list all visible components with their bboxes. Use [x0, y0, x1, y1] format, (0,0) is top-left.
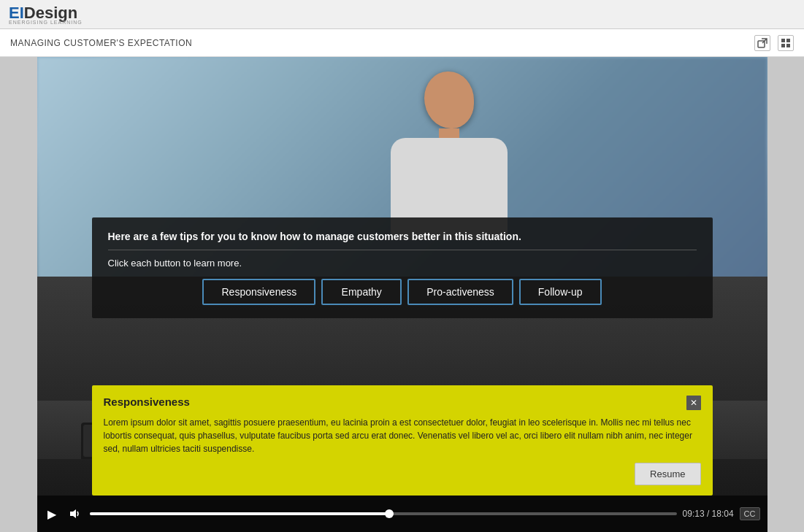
logo: EI Design ENERGISING LEARNING [9, 4, 83, 25]
logo-tagline: ENERGISING LEARNING [9, 20, 83, 25]
cc-button[interactable]: CC [740, 507, 760, 520]
svg-rect-3 [781, 44, 785, 47]
button-empathy[interactable]: Empathy [321, 279, 402, 305]
info-panel-title: Responsiveness [104, 396, 190, 408]
button-responsiveness[interactable]: Responsiveness [202, 279, 315, 305]
title-bar-icons [754, 35, 794, 51]
volume-button[interactable] [65, 506, 84, 522]
time-separator: / [705, 509, 712, 519]
time-current: 09:13 [683, 509, 705, 519]
button-follow-up[interactable]: Follow-up [519, 279, 602, 305]
info-panel: Responsiveness ✕ Lorem ipsum dolor sit a… [92, 385, 713, 496]
play-button[interactable]: ▶ [45, 506, 59, 523]
progress-thumb [385, 509, 394, 518]
svg-rect-2 [786, 39, 790, 42]
info-panel-header: Responsiveness ✕ [104, 396, 701, 410]
video-controls: ▶ 09:13 / 18:04 CC [37, 496, 767, 532]
page-title: MANAGING CUSTOMER'S EXPECTATION [10, 38, 192, 48]
title-bar: MANAGING CUSTOMER'S EXPECTATION [0, 29, 804, 57]
person [391, 72, 508, 240]
person-head [424, 72, 474, 128]
button-pro-activeness[interactable]: Pro-activeness [407, 279, 513, 305]
resume-button[interactable]: Resume [635, 463, 700, 485]
instruction-line2: Click each button to learn more. [108, 258, 697, 269]
header: EI Design ENERGISING LEARNING [0, 0, 804, 29]
info-panel-close-button[interactable]: ✕ [686, 396, 701, 410]
instruction-line1: Here are a few tips for you to know how … [108, 231, 697, 250]
svg-rect-4 [786, 44, 790, 47]
time-total: 18:04 [712, 509, 734, 519]
external-link-icon[interactable] [754, 35, 770, 51]
tip-buttons-row: Responsiveness Empathy Pro-activeness Fo… [108, 279, 697, 305]
info-panel-footer: Resume [104, 463, 701, 485]
time-display: 09:13 / 18:04 [683, 509, 734, 519]
svg-marker-5 [70, 509, 76, 518]
info-panel-body: Lorem ipsum dolor sit amet, sagittis pos… [104, 416, 701, 455]
grid-icon[interactable] [778, 35, 794, 51]
progress-fill [90, 512, 389, 515]
svg-rect-1 [781, 39, 785, 42]
video-player: Here are a few tips for you to know how … [37, 57, 767, 532]
overlay-panel: Here are a few tips for you to know how … [92, 217, 713, 318]
progress-bar[interactable] [90, 512, 677, 515]
